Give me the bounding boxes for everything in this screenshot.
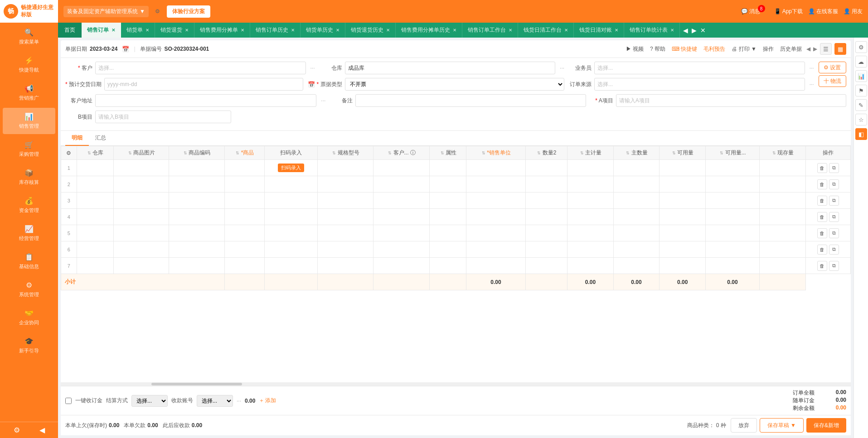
sidebar-item-purchase[interactable]: 🛒 采购管理: [3, 136, 55, 162]
sidebar-item-system[interactable]: ⚙ 系统管理: [3, 276, 55, 303]
row-attr[interactable]: [430, 176, 466, 193]
tab-summary[interactable]: 汇总: [89, 131, 112, 146]
row-available[interactable]: [659, 160, 706, 176]
a-project-input[interactable]: [616, 94, 846, 107]
rp-edit-btn[interactable]: ✎: [855, 99, 867, 111]
sidebar-item-nav[interactable]: ⚡ 快捷导航: [3, 52, 55, 78]
industry-btn[interactable]: 体验行业方案: [167, 5, 210, 18]
row-scan[interactable]: 扫码录入: [265, 160, 318, 176]
payment-select[interactable]: 选择...: [131, 395, 168, 407]
delete-row-btn[interactable]: 🗑: [817, 245, 827, 255]
profit-btn[interactable]: 毛利预告: [702, 44, 727, 54]
logistics-btn[interactable]: 十 物流: [819, 75, 846, 87]
sidebar-item-management[interactable]: 📈 经营管理: [3, 220, 55, 246]
delete-row-btn[interactable]: 🗑: [817, 212, 827, 222]
tab-close-icon[interactable]: ✕: [564, 28, 568, 33]
tab-sales-order-history[interactable]: 销售订单历史 ✕: [250, 23, 301, 38]
tab-workbench[interactable]: 销售订单工作台 ✕: [462, 23, 518, 38]
th-unit[interactable]: ⇅ *销售单位: [466, 146, 526, 160]
sidebar-item-collab[interactable]: 🤝 企业协同: [3, 304, 55, 331]
tab-close-icon[interactable]: ✕: [241, 28, 244, 33]
row-img[interactable]: [113, 160, 169, 176]
th-product[interactable]: ⇅ *商品: [224, 146, 265, 160]
tab-sales-invoice[interactable]: 销货单 ✕: [121, 23, 155, 38]
copy-row-btn[interactable]: ⧉: [829, 245, 839, 255]
th-main-unit[interactable]: ⇅ 主计量: [567, 146, 614, 160]
account-select[interactable]: 选择...: [197, 395, 233, 407]
sys-title[interactable]: 装备及固定资产辅助管理系统 ▼: [63, 6, 149, 17]
delivery-input[interactable]: [104, 78, 303, 91]
row-sku-code[interactable]: [169, 176, 225, 193]
tab-daily-reconcile[interactable]: 钱货日清对账 ✕: [574, 23, 624, 38]
delete-row-btn[interactable]: 🗑: [817, 261, 827, 271]
warehouse-input[interactable]: [345, 62, 556, 74]
ticket-select[interactable]: 不开票 增值税普通发票 增值税专用发票: [345, 78, 565, 91]
tab-close-icon[interactable]: ✕: [453, 28, 456, 33]
tab-return-history[interactable]: 销货退货历史 ✕: [345, 23, 396, 38]
account-dots-icon[interactable]: ···: [237, 398, 241, 404]
sidebar-item-marketing[interactable]: 📢 营销推广: [3, 80, 55, 106]
sidebar-gear-icon[interactable]: ⚙: [14, 426, 20, 434]
horizontal-scrollbar[interactable]: [61, 382, 851, 386]
row-spec[interactable]: [318, 160, 373, 176]
copy-row-btn[interactable]: ⧉: [829, 179, 839, 189]
tab-sales-return[interactable]: 销货退货 ✕: [155, 23, 194, 38]
nav-next-icon[interactable]: ▶: [690, 27, 698, 34]
tab-daily-workbench[interactable]: 钱货日清工作台 ✕: [518, 23, 574, 38]
th-spec[interactable]: ⇅ 规格型号: [318, 146, 373, 160]
tab-close-icon[interactable]: ✕: [185, 28, 189, 33]
delete-row-btn[interactable]: 🗑: [817, 179, 827, 189]
copy-row-btn[interactable]: ⧉: [829, 196, 839, 206]
row-customer-code[interactable]: [373, 176, 430, 193]
customer-dots-icon[interactable]: ···: [310, 65, 315, 71]
draft-chevron-icon[interactable]: ▼: [790, 422, 796, 428]
row-available2[interactable]: [705, 160, 759, 176]
th-main-qty[interactable]: ⇅ 主数量: [613, 146, 659, 160]
th-current[interactable]: ⇅ 现存量: [759, 146, 805, 160]
warehouse-dots-icon[interactable]: ···: [560, 65, 564, 71]
app-download-btn[interactable]: 📱 App下载: [774, 8, 803, 15]
address-input[interactable]: [95, 94, 316, 107]
video-btn[interactable]: ▶ 视频: [624, 44, 645, 54]
row-product[interactable]: [224, 176, 265, 193]
row-customer-code[interactable]: [373, 160, 430, 176]
sidebar-item-inventory[interactable]: 📦 库存核算: [3, 164, 55, 190]
message-btn[interactable]: 💬 消息 8: [741, 8, 769, 15]
tab-close-icon[interactable]: ✕: [291, 28, 295, 33]
sidebar-item-guide[interactable]: 🎓 新手引导: [3, 332, 55, 359]
th-available[interactable]: ⇅ 可用量: [659, 146, 706, 160]
rp-scan-btn[interactable]: ◧: [855, 128, 867, 140]
th-attr[interactable]: ⇅ 属性: [430, 146, 466, 160]
print-btn[interactable]: 🖨 打印 ▼: [730, 44, 758, 54]
add-order-btn[interactable]: ＋ 添加: [259, 397, 276, 404]
history-btn[interactable]: 历史单据: [778, 44, 804, 54]
tab-close-icon[interactable]: ✕: [670, 28, 674, 33]
tab-sales-expense[interactable]: 销售费用分摊单 ✕: [194, 23, 250, 38]
delete-row-btn[interactable]: 🗑: [817, 228, 827, 238]
tab-detail[interactable]: 明细: [65, 131, 89, 146]
row-qty2[interactable]: [525, 160, 567, 176]
tab-close-icon[interactable]: ✕: [145, 28, 149, 33]
sidebar-item-search[interactable]: 🔍 搜索菜单: [3, 24, 55, 50]
scan-btn[interactable]: 扫码录入: [278, 164, 304, 172]
tab-statistics[interactable]: 销售订单统计表 ✕: [624, 23, 680, 38]
rp-chart-btn[interactable]: 📊: [855, 70, 867, 82]
row-attr[interactable]: [430, 160, 466, 176]
draft-btn[interactable]: 保存草稿 ▼: [760, 418, 804, 433]
tab-close-icon[interactable]: ✕: [509, 28, 512, 33]
settings-btn[interactable]: ⚙ 设置: [819, 62, 846, 73]
row-img[interactable]: [113, 176, 169, 193]
sidebar-collapse-icon[interactable]: ◀: [39, 426, 45, 434]
delete-row-btn[interactable]: 🗑: [817, 196, 827, 206]
sidebar-item-finance[interactable]: 💰 资金管理: [3, 192, 55, 218]
sidebar-item-sales[interactable]: 📊 销售管理: [3, 108, 55, 134]
b-project-input[interactable]: [95, 111, 231, 123]
delivery-cal-icon[interactable]: 📅: [308, 81, 315, 88]
nav-left-icon[interactable]: ◀: [806, 46, 810, 52]
help-btn[interactable]: ? 帮助: [648, 44, 667, 54]
user-menu[interactable]: 👤 用友: [844, 8, 863, 15]
address-dots-icon[interactable]: ···: [321, 97, 325, 104]
th-customer-code[interactable]: ⇅ 客户... ⓘ: [373, 146, 430, 160]
row-current[interactable]: [759, 160, 805, 176]
row-warehouse[interactable]: [77, 160, 113, 176]
